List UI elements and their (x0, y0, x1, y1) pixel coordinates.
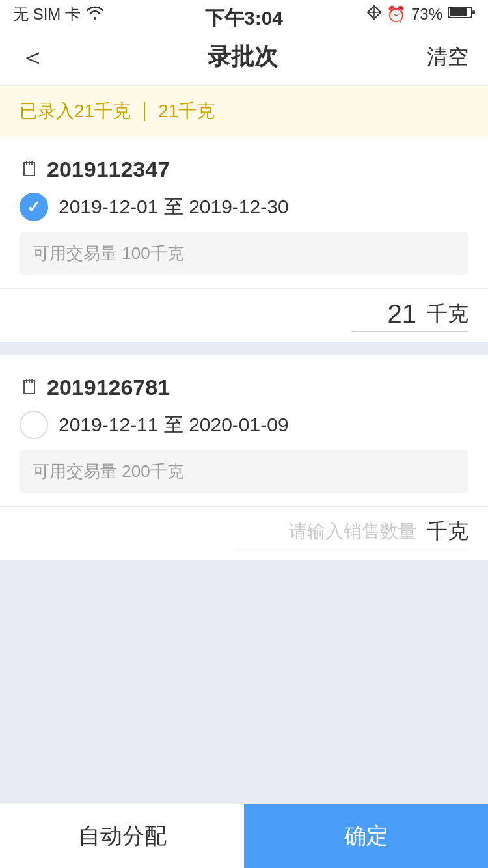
alarm-icon: ⏰ (386, 5, 406, 23)
batch2-header: 🗒 2019126781 (20, 375, 468, 400)
batch1-quantity-value[interactable]: 21 (388, 299, 417, 329)
batch1-radio[interactable] (20, 193, 48, 221)
batch1-quantity-unit: 千克 (427, 300, 468, 329)
carrier-text: 无 SIM 卡 (13, 4, 81, 25)
batch1-available: 可用交易量 100千克 (20, 232, 468, 275)
batch1-date-row[interactable]: 2019-12-01 至 2019-12-30 (20, 193, 468, 221)
quantity-underline (351, 331, 468, 332)
batch1-id: 2019112347 (47, 157, 170, 182)
batch1-card: 🗒 2019112347 2019-12-01 至 2019-12-30 可用交… (0, 137, 488, 288)
status-time: 下午3:04 (205, 5, 283, 32)
nav-bar: ＜ 录批次 清空 (0, 29, 488, 86)
batch2-input-row: 请输入销售数量 千克 (0, 506, 488, 560)
info-banner: 已录入21千克 21千克 (0, 86, 488, 137)
page-title: 录批次 (208, 41, 278, 73)
back-button[interactable]: ＜ (20, 39, 59, 75)
confirm-button[interactable]: 确定 (244, 804, 488, 868)
status-right: ⏰ 73% (367, 5, 475, 23)
section-divider-1 (0, 342, 488, 355)
batch2-date-row[interactable]: 2019-12-11 至 2020-01-09 (20, 411, 468, 439)
batch2-input-unit: 千克 (427, 517, 468, 546)
battery-icon (448, 5, 475, 23)
info-label: 已录入21千克 (20, 99, 131, 124)
batch2-available: 可用交易量 200千克 (20, 450, 468, 493)
clear-button[interactable]: 清空 (427, 43, 468, 72)
info-divider (144, 102, 145, 121)
batch1-header: 🗒 2019112347 (20, 157, 468, 182)
batch1-date: 2019-12-01 至 2019-12-30 (59, 194, 289, 221)
batch1-icon: 🗒 (20, 157, 40, 182)
status-left: 无 SIM 卡 (13, 4, 104, 25)
info-value: 21千克 (158, 99, 215, 124)
battery-text: 73% (411, 5, 442, 23)
location-icon (367, 5, 381, 23)
input-underline (234, 549, 468, 549)
batch2-card: 🗒 2019126781 2019-12-11 至 2020-01-09 可用交… (0, 355, 488, 506)
batch1-quantity-row: 21 千克 (0, 288, 488, 342)
batch2-id: 2019126781 (47, 375, 170, 400)
wifi-icon (86, 5, 104, 23)
auto-distribute-button[interactable]: 自动分配 (0, 804, 244, 868)
svg-rect-1 (450, 8, 467, 16)
batch2-radio[interactable] (20, 411, 48, 439)
bottom-bar: 自动分配 确定 (0, 803, 488, 868)
batch2-date: 2019-12-11 至 2020-01-09 (59, 412, 289, 439)
batch2-icon: 🗒 (20, 375, 40, 400)
svg-rect-2 (472, 10, 475, 14)
batch2-input-placeholder[interactable]: 请输入销售数量 (289, 519, 416, 544)
status-bar: 无 SIM 卡 下午3:04 ⏰ 73% (0, 0, 488, 29)
